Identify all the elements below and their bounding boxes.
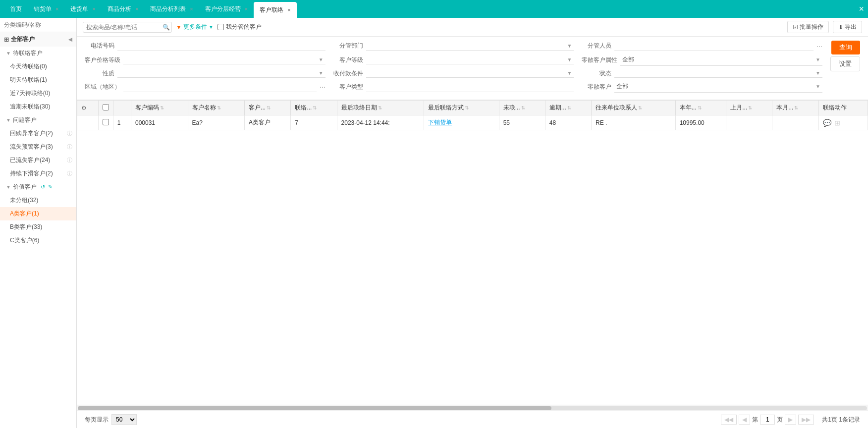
last-page-btn[interactable]: ▶▶ bbox=[798, 415, 814, 425]
sidebar-item-overdue[interactable]: 逾期未联络(30) bbox=[0, 100, 76, 113]
price-level-select[interactable]: ▼ bbox=[123, 55, 326, 64]
value-edit-icon[interactable]: ✎ bbox=[48, 184, 53, 190]
nav-tab-goods-analysis-list[interactable]: 商品分析列表 × bbox=[144, 0, 199, 18]
level-sort-icon[interactable]: ⇅ bbox=[267, 105, 271, 110]
last-month-col-header[interactable]: 上月...⇅ bbox=[726, 101, 772, 115]
retail-attr-select[interactable]: 全部 ▼ bbox=[620, 54, 822, 66]
sidebar-item-repurchase[interactable]: 回购异常客户(2) ⓘ bbox=[0, 127, 76, 140]
overdue-sort-icon[interactable]: ⇅ bbox=[567, 105, 571, 110]
value-refresh-icon[interactable]: ↺ bbox=[41, 184, 45, 190]
my-customers-checkbox[interactable] bbox=[217, 24, 224, 30]
sidebar-item-week[interactable]: 近7天待联络(0) bbox=[0, 87, 76, 100]
next-page-btn[interactable]: ▶ bbox=[785, 415, 796, 425]
scrollbar-track[interactable] bbox=[78, 406, 867, 410]
this-month-col-header[interactable]: 本月...⇅ bbox=[772, 101, 818, 115]
sales-close-icon[interactable]: × bbox=[55, 6, 58, 12]
last-method-col-header[interactable]: 最后联络方式⇅ bbox=[424, 101, 499, 115]
repurchase-info-icon[interactable]: ⓘ bbox=[67, 130, 72, 137]
sidebar-item-churn[interactable]: 流失预警客户(3) ⓘ bbox=[0, 140, 76, 154]
purchase-close-icon[interactable]: × bbox=[92, 6, 95, 12]
payment-select[interactable]: ▼ bbox=[366, 69, 574, 78]
this-month-sort-icon[interactable]: ⇅ bbox=[794, 105, 798, 110]
dept-select[interactable]: ▼ bbox=[366, 42, 574, 51]
sidebar-group-pending[interactable]: ▼ 待联络客户 bbox=[0, 47, 76, 60]
name-col-header[interactable]: 客户名称⇅ bbox=[188, 101, 245, 115]
sidebar-collapse-icon[interactable]: ◀ bbox=[68, 37, 72, 42]
nav-tab-sales[interactable]: 销货单 × bbox=[28, 0, 64, 18]
customer-tier-close-icon[interactable]: × bbox=[245, 6, 248, 12]
sidebar-item-c-class[interactable]: C类客户(6) bbox=[0, 234, 76, 247]
setting-btn[interactable]: 设置 bbox=[830, 56, 860, 71]
last-method-sort-icon[interactable]: ⇅ bbox=[465, 105, 469, 110]
lost-info-icon[interactable]: ⓘ bbox=[67, 157, 72, 164]
manager-input[interactable] bbox=[614, 41, 814, 51]
action-qr-icon[interactable]: ⊞ bbox=[834, 119, 840, 127]
nav-tab-goods-analysis[interactable]: 商品分析 × bbox=[102, 0, 144, 18]
sidebar-group-problem[interactable]: ▼ 问题客户 bbox=[0, 113, 76, 127]
action-chat-icon[interactable]: 💬 bbox=[823, 119, 831, 127]
code-col-header[interactable]: 客户编码⇅ bbox=[131, 101, 188, 115]
status-select[interactable]: ▼ bbox=[614, 69, 822, 78]
declining-info-icon[interactable]: ⓘ bbox=[67, 170, 72, 177]
page-size-select[interactable]: 50 100 200 bbox=[111, 414, 137, 425]
sidebar-item-lost[interactable]: 已流失客户(24) ⓘ bbox=[0, 154, 76, 167]
sidebar-search-input[interactable] bbox=[4, 21, 77, 28]
no-contact-sort-icon[interactable]: ⇅ bbox=[521, 105, 525, 110]
sidebar-group-value[interactable]: ▼ 价值客户 ↺ ✎ bbox=[0, 180, 76, 194]
scrollbar-thumb[interactable] bbox=[78, 406, 551, 410]
this-year-sort-icon[interactable]: ⇅ bbox=[698, 105, 702, 110]
last-month-sort-icon[interactable]: ⇅ bbox=[748, 105, 752, 110]
goods-analysis-list-close-icon[interactable]: × bbox=[190, 6, 193, 12]
unit-contact-col-header[interactable]: 往来单位联系人⇅ bbox=[592, 101, 676, 115]
unit-contact-sort-icon[interactable]: ⇅ bbox=[638, 105, 642, 110]
batch-btn[interactable]: ☑ 批量操作 bbox=[787, 21, 829, 33]
sidebar-item-tomorrow[interactable]: 明天待联络(1) bbox=[0, 73, 76, 87]
filter-search-input[interactable] bbox=[86, 24, 161, 31]
no-contact-col-header[interactable]: 未联...⇅ bbox=[499, 101, 545, 115]
row-checkbox[interactable] bbox=[103, 119, 109, 125]
customer-type-input[interactable] bbox=[366, 82, 574, 92]
filter-search-icon[interactable]: 🔍 bbox=[163, 24, 170, 31]
customer-contact-close-icon[interactable]: × bbox=[287, 7, 290, 13]
last-date-col-header[interactable]: 最后联络日期⇅ bbox=[337, 101, 424, 115]
region-input[interactable] bbox=[123, 82, 317, 92]
sidebar-item-declining[interactable]: 持续下滑客户(2) ⓘ bbox=[0, 167, 76, 180]
page-input[interactable] bbox=[760, 415, 775, 425]
all-customers-header[interactable]: ⊞ 全部客户 ◀ bbox=[0, 32, 76, 47]
last-method-link[interactable]: 下销货单 bbox=[428, 119, 452, 126]
nature-select[interactable]: ▼ bbox=[117, 69, 326, 78]
this-year-col-header[interactable]: 本年...⇅ bbox=[675, 101, 726, 115]
query-btn[interactable]: 查询 bbox=[831, 41, 860, 54]
sidebar-item-today[interactable]: 今天待联络(0) bbox=[0, 60, 76, 73]
prev-page-btn[interactable]: ◀ bbox=[739, 415, 750, 425]
sidebar-item-a-class[interactable]: A类客户(1) bbox=[0, 207, 76, 220]
nav-tab-home[interactable]: 首页 bbox=[4, 0, 28, 18]
nav-tab-purchase[interactable]: 进货单 × bbox=[64, 0, 101, 18]
gear-col-header[interactable]: ⚙ bbox=[77, 101, 99, 115]
nav-tab-customer-tier[interactable]: 客户分层经营 × bbox=[199, 0, 254, 18]
name-sort-icon[interactable]: ⇅ bbox=[217, 105, 221, 110]
select-all-checkbox[interactable] bbox=[103, 104, 109, 110]
filter-more-btn[interactable]: ▼ 更多条件 ▼ bbox=[176, 23, 214, 31]
retail-customer-select[interactable]: 全部 ▼ bbox=[614, 81, 822, 93]
contact-col-header[interactable]: 联络...⇅ bbox=[291, 101, 337, 115]
export-btn[interactable]: ⬇ 导出 bbox=[833, 21, 862, 33]
overdue-col-header[interactable]: 逾期...⇅ bbox=[545, 101, 591, 115]
bottom-scrollbar[interactable] bbox=[77, 405, 868, 411]
code-sort-icon[interactable]: ⇅ bbox=[160, 105, 164, 110]
contact-sort-icon[interactable]: ⇅ bbox=[313, 105, 317, 110]
churn-info-icon[interactable]: ⓘ bbox=[67, 143, 72, 151]
sidebar-item-b-class[interactable]: B类客户(33) bbox=[0, 220, 76, 234]
phone-input[interactable] bbox=[117, 41, 326, 51]
nav-tab-customer-contact[interactable]: 客户联络 × bbox=[254, 2, 296, 18]
region-more-icon[interactable]: ··· bbox=[320, 83, 326, 91]
last-date-sort-icon[interactable]: ⇅ bbox=[378, 105, 382, 110]
close-all-icon[interactable]: × bbox=[859, 4, 864, 14]
manager-more-icon[interactable]: ··· bbox=[816, 42, 822, 50]
level-col-header[interactable]: 客户...⇅ bbox=[245, 101, 291, 115]
sidebar-item-ungroup[interactable]: 未分组(32) bbox=[0, 194, 76, 207]
goods-analysis-close-icon[interactable]: × bbox=[135, 6, 138, 12]
gear-icon[interactable]: ⚙ bbox=[81, 105, 87, 111]
row-last-method[interactable]: 下销货单 bbox=[424, 115, 499, 130]
first-page-btn[interactable]: ◀◀ bbox=[721, 415, 737, 425]
